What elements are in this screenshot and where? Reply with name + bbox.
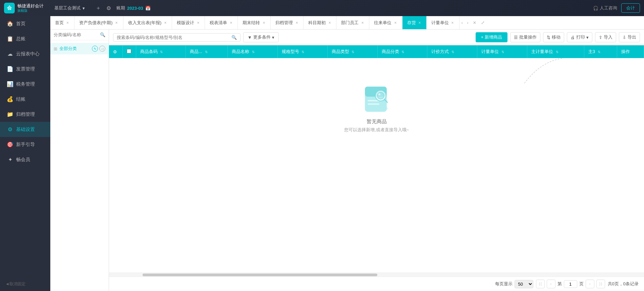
sidebar-item-member[interactable]: ✦ 畅会员: [0, 152, 50, 167]
sidebar-item-guide[interactable]: 🎯 新手引导: [0, 137, 50, 152]
tab-income[interactable]: 收入支出表(年报) ×: [123, 16, 172, 30]
page-first-button[interactable]: ⟨⟨: [536, 280, 545, 288]
company-selector[interactable]: 基层工会测试 ▾: [52, 4, 88, 12]
invoice-icon: 📄: [7, 66, 13, 72]
category-item-all[interactable]: ⊞ 全部分类 ✎ ◁: [50, 43, 109, 54]
page-last-button[interactable]: ⟩⟩: [596, 280, 605, 288]
category-edit-icon[interactable]: ✎: [92, 46, 98, 52]
print-button[interactable]: 🖨 打印 ▾: [567, 32, 592, 42]
sidebar-item-close[interactable]: 💰 结账: [0, 92, 50, 107]
page-number-input[interactable]: [564, 280, 577, 288]
sort-type-icon: ⇅: [352, 50, 354, 54]
tab-next-button[interactable]: ›: [465, 16, 470, 30]
tab-close-inventory[interactable]: ×: [418, 20, 422, 25]
main-layout: 🏠 首页 📋 总账 ☁ 云报表中心 📄 发票管理 📊 税务管理 💰 结账 📁 归…: [0, 16, 644, 291]
page-size-select[interactable]: 50 10 20 100: [515, 280, 533, 288]
scrollbar-thumb[interactable]: [143, 274, 377, 276]
settings-icon[interactable]: ⚙: [105, 4, 112, 13]
select-all-checkbox[interactable]: [127, 49, 131, 53]
sidebar: 🏠 首页 📋 总账 ☁ 云报表中心 📄 发票管理 📊 税务管理 💰 结账 📁 归…: [0, 16, 50, 291]
tab-close-home[interactable]: ×: [66, 20, 69, 25]
th-type[interactable]: 商品类型 ⇅: [327, 45, 377, 58]
tab-close-all-button[interactable]: ×: [470, 16, 479, 30]
filter-icon: ▼: [248, 35, 252, 40]
archive-icon: 📁: [7, 111, 13, 117]
sidebar-item-ledger[interactable]: 📋 总账: [0, 31, 50, 46]
table-container[interactable]: ⚙ 商品条码 ⇅ 商品... ⇅: [109, 45, 644, 273]
search-icon[interactable]: 🔍: [231, 35, 237, 40]
top-header: 会 畅捷通好会计 旗舰版 基层工会测试 ▾ ＋ ⚙ 账期 2023-03 📅 🎧…: [0, 0, 644, 16]
add-tab-button[interactable]: ＋: [94, 3, 102, 13]
move-button[interactable]: ⇅ 移动: [543, 32, 564, 42]
th-col3[interactable]: 主3 ⇅: [584, 45, 617, 58]
main-content: 🔍 ▼ 更多条件 ▾ + 新增商品 ☰ 批量操作: [109, 30, 644, 291]
sidebar-item-home[interactable]: 🏠 首页: [0, 16, 50, 31]
th-category[interactable]: 商品分类 ⇅: [377, 45, 427, 58]
tab-archive[interactable]: 归档管理 ×: [271, 16, 304, 30]
th-settings[interactable]: ⚙: [109, 45, 122, 58]
calendar-icon[interactable]: 📅: [145, 6, 151, 11]
tab-close-contacts[interactable]: ×: [393, 20, 397, 25]
category-search-icon[interactable]: 🔍: [100, 32, 105, 37]
unpin-button[interactable]: ◄取消固定: [0, 277, 50, 291]
tab-home[interactable]: 首页 ×: [50, 16, 74, 30]
sidebar-item-archive[interactable]: 📁 归档管理: [0, 107, 50, 122]
tab-expand-button[interactable]: ⤢: [479, 16, 487, 30]
sidebar-item-tax[interactable]: 📊 税务管理: [0, 77, 50, 92]
tab-balance-sheet[interactable]: 资产负债表(中期) ×: [74, 16, 123, 30]
add-product-button[interactable]: + 新增商品: [476, 32, 507, 42]
account-button[interactable]: 会计: [621, 3, 640, 13]
content-area: 首页 × 资产负债表(中期) × 收入支出表(年报) × 模版设计 × 税表清单…: [50, 16, 644, 291]
member-icon: ✦: [7, 156, 13, 163]
tab-close-unit[interactable]: ×: [451, 20, 454, 25]
tab-subject-init[interactable]: 科目期初 ×: [304, 16, 336, 30]
th-name[interactable]: 商品名称 ⇅: [227, 45, 277, 58]
category-panel: 🔍 ⊞ 全部分类 ✎ ◁: [50, 30, 109, 291]
sort-pricing-icon: ⇅: [451, 50, 454, 54]
category-collapse-icon[interactable]: ◁: [99, 46, 105, 52]
th-unit[interactable]: 计量单位 ⇅: [477, 45, 527, 58]
tab-close-period[interactable]: ×: [262, 20, 266, 25]
tab-prev-button[interactable]: ‹: [460, 16, 465, 30]
tab-close-archive[interactable]: ×: [295, 20, 299, 25]
sidebar-item-settings[interactable]: ⚙ 基础设置: [0, 122, 50, 137]
batch-ops-button[interactable]: ☰ 批量操作: [510, 32, 540, 42]
tab-unit[interactable]: 计量单位 ×: [427, 16, 460, 30]
toolbar-right: + 新增商品 ☰ 批量操作 ⇅ 移动 🖨 打印 ▾: [476, 32, 640, 42]
page-next-button[interactable]: ›: [586, 280, 594, 288]
tab-contacts[interactable]: 往来单位 ×: [369, 16, 402, 30]
th-checkbox[interactable]: [122, 45, 136, 58]
service-button[interactable]: 🎧 人工咨询: [593, 5, 617, 11]
sidebar-item-reports[interactable]: ☁ 云报表中心: [0, 46, 50, 61]
th-barcode[interactable]: 商品条码 ⇅: [136, 45, 186, 58]
tab-close-dept[interactable]: ×: [361, 20, 364, 25]
page-prev-button[interactable]: ‹: [547, 280, 555, 288]
tab-tax-list[interactable]: 税表清单 ×: [205, 16, 238, 30]
category-search-input[interactable]: [54, 32, 98, 37]
th-main-unit[interactable]: 主计量单位 ⇅: [527, 45, 584, 58]
tab-template[interactable]: 模版设计 ×: [172, 16, 205, 30]
th-pricing[interactable]: 计价方式 ⇅: [427, 45, 477, 58]
tab-close-tax[interactable]: ×: [229, 20, 233, 25]
page-nav: ⟨⟨ ‹ 第 页 › ⟩⟩: [536, 280, 605, 288]
home-icon: 🏠: [7, 20, 13, 27]
th-code[interactable]: 商品... ⇅: [186, 45, 228, 58]
search-input[interactable]: [117, 35, 229, 40]
print-icon: 🖨: [571, 35, 575, 40]
tab-dept[interactable]: 部门员工 ×: [336, 16, 369, 30]
scrollbar-area[interactable]: [109, 273, 644, 277]
sidebar-item-invoice[interactable]: 📄 发票管理: [0, 61, 50, 77]
empty-state: 暂无商品 您可以选择新增,或者直接导入哦~: [109, 58, 644, 153]
import-button[interactable]: ⇪ 导入: [595, 32, 616, 42]
period-label: 账期 2023-03 📅: [116, 5, 151, 11]
tab-period-close[interactable]: 期末结转 ×: [238, 16, 271, 30]
export-button[interactable]: ⇩ 导出: [619, 32, 640, 42]
tab-close-template[interactable]: ×: [196, 20, 200, 25]
th-spec[interactable]: 规格型号 ⇅: [277, 45, 327, 58]
tax-icon: 📊: [7, 81, 13, 87]
tab-inventory[interactable]: 存货 ×: [402, 16, 427, 30]
tab-close-subject[interactable]: ×: [328, 20, 331, 25]
tab-close-balance[interactable]: ×: [115, 20, 118, 25]
filter-button[interactable]: ▼ 更多条件 ▾: [243, 32, 279, 42]
tab-close-income[interactable]: ×: [163, 20, 167, 25]
